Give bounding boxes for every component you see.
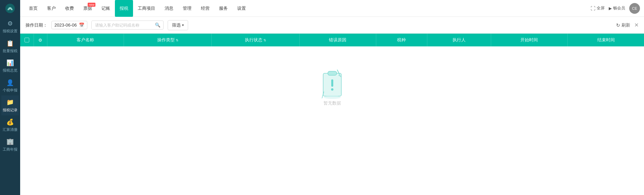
nav-item-operations[interactable]: 经营 xyxy=(196,0,214,17)
col-header-settings: ⚙ xyxy=(34,34,47,46)
nav-item-tax[interactable]: 报税 xyxy=(115,0,133,17)
col-label-exec_status: 执行状态⇅ xyxy=(245,37,266,43)
nav-item-business[interactable]: 工商项目 xyxy=(133,0,160,17)
fullscreen-icon: ⛶ xyxy=(591,6,595,11)
sidebar-item-tax-overview[interactable]: 📊报税总览 xyxy=(1,56,19,76)
sidebar-icon-tax-records: 📁 xyxy=(6,98,14,107)
fullscreen-btn[interactable]: ⛶ 全屏 xyxy=(591,5,605,11)
sidebar-label-batch-tax: 批量报税 xyxy=(3,48,17,53)
sort-icon-exec_status: ⇅ xyxy=(263,38,266,42)
col-label-tax_type: 税种 xyxy=(397,37,406,42)
nav-item-services[interactable]: 服务 xyxy=(214,0,232,17)
nav-item-settings[interactable]: 设置 xyxy=(232,0,251,17)
date-picker[interactable]: 2023-06-06 📅 xyxy=(51,21,87,29)
sidebar-label-tax-records: 报税记录 xyxy=(3,108,17,113)
col-header-start_time: 开始时间 xyxy=(491,34,568,46)
sidebar-item-annual-report[interactable]: 🏢工商年报 xyxy=(1,135,19,155)
member-label: 畅会员 xyxy=(613,5,625,11)
filter-label: 筛选 xyxy=(172,22,181,28)
sidebar-label-tax-settings: 报税设置 xyxy=(3,29,17,34)
col-header-tax_type: 税种 xyxy=(376,34,427,46)
member-btn[interactable]: ▶ 畅会员 xyxy=(609,5,625,11)
sidebar-icon-tax-overview: 📊 xyxy=(6,59,14,67)
records-table: ⚙客户名称操作类型⇅执行状态⇅错误原因税种执行人开始时间结束时间 xyxy=(20,34,644,46)
sidebar-icon-tax-settings: ⚙ xyxy=(7,20,13,28)
sidebar-label-settlement: 汇算清缴 xyxy=(3,127,17,132)
svg-rect-2 xyxy=(328,71,337,75)
chevron-down-icon: ▾ xyxy=(182,23,184,27)
sidebar-icon-batch-tax: 📋 xyxy=(6,39,14,48)
col-label-start_time: 开始时间 xyxy=(520,37,538,42)
col-label-error_reason: 错误原因 xyxy=(329,37,346,42)
app-logo[interactable] xyxy=(0,0,20,17)
nav-items: 首页客户收费票据new记账报税工商项目消息管理经营服务设置 xyxy=(24,0,591,17)
settings-icon[interactable]: ⚙ xyxy=(38,38,42,43)
filter-button[interactable]: 筛选 ▾ xyxy=(168,20,188,30)
play-icon: ▶ xyxy=(609,6,612,11)
table-wrapper: ⚙客户名称操作类型⇅执行状态⇅错误原因税种执行人开始时间结束时间 xyxy=(20,34,644,195)
sidebar-icon-personal-tax: 👤 xyxy=(6,79,14,87)
toolbar-right: ↻ 刷新 ✕ xyxy=(616,22,639,28)
refresh-icon: ↻ xyxy=(616,23,620,28)
svg-point-8 xyxy=(324,96,341,99)
svg-rect-3 xyxy=(331,79,333,87)
nav-item-customer[interactable]: 客户 xyxy=(42,0,60,17)
col-header-error_reason: 错误原因 xyxy=(299,34,376,46)
refresh-label: 刷新 xyxy=(621,22,630,28)
empty-state: 暂无数据 xyxy=(20,46,644,126)
search-button[interactable]: 🔍 xyxy=(152,21,163,29)
col-label-customer: 客户名称 xyxy=(77,37,94,42)
calendar-icon: 📅 xyxy=(79,23,84,28)
sidebar-label-tax-overview: 报税总览 xyxy=(3,68,17,73)
nav-item-fees[interactable]: 收费 xyxy=(60,0,79,17)
sidebar-item-batch-tax[interactable]: 📋批量报税 xyxy=(1,37,19,56)
nav-item-management[interactable]: 管理 xyxy=(178,0,196,17)
col-label-end_time: 结束时间 xyxy=(597,37,615,42)
user-avatar[interactable]: CE xyxy=(629,3,640,14)
select-all-checkbox[interactable] xyxy=(25,38,29,42)
sort-icon-op_type: ⇅ xyxy=(176,38,178,42)
date-value: 2023-06-06 xyxy=(54,23,77,28)
toolbar: 操作日期： 2023-06-06 📅 🔍 筛选 ▾ ↻ 刷新 ✕ xyxy=(20,17,644,34)
col-label-executor: 执行人 xyxy=(453,37,466,42)
search-icon: 🔍 xyxy=(155,23,161,28)
col-header-op_type[interactable]: 操作类型⇅ xyxy=(124,34,212,46)
sidebar-icon-settlement: 💰 xyxy=(6,118,14,126)
nav-right: ⛶ 全屏 ▶ 畅会员 CE xyxy=(591,3,640,14)
sidebar-label-annual-report: 工商年报 xyxy=(3,147,17,152)
sidebar-item-tax-settings[interactable]: ⚙报税设置 xyxy=(1,17,19,37)
close-button[interactable]: ✕ xyxy=(634,22,639,28)
col-label-op_type: 操作类型⇅ xyxy=(157,37,178,43)
col-header-executor: 执行人 xyxy=(427,34,491,46)
empty-illustration xyxy=(317,67,347,100)
top-nav: 首页客户收费票据new记账报税工商项目消息管理经营服务设置 ⛶ 全屏 ▶ 畅会员… xyxy=(20,0,644,17)
svg-marker-10 xyxy=(321,98,323,99)
main-area: 首页客户收费票据new记账报税工商项目消息管理经营服务设置 ⛶ 全屏 ▶ 畅会员… xyxy=(20,0,644,195)
nav-item-accounting[interactable]: 记账 xyxy=(97,0,115,17)
svg-point-4 xyxy=(331,88,333,91)
badge-new-invoice: new xyxy=(88,3,95,7)
nav-item-invoice[interactable]: 票据new xyxy=(79,0,97,17)
col-header-end_time: 结束时间 xyxy=(568,34,644,46)
search-box: 🔍 xyxy=(91,21,164,30)
sidebar-item-personal-tax[interactable]: 👤个税申报 xyxy=(1,76,19,96)
col-header-checkbox xyxy=(20,34,34,46)
content-area: 操作日期： 2023-06-06 📅 🔍 筛选 ▾ ↻ 刷新 ✕ xyxy=(20,17,644,195)
nav-item-home[interactable]: 首页 xyxy=(24,0,42,17)
sidebar-icon-annual-report: 🏢 xyxy=(6,138,14,146)
col-header-customer: 客户名称 xyxy=(47,34,124,46)
date-label: 操作日期： xyxy=(26,22,47,28)
fullscreen-label: 全屏 xyxy=(597,5,605,11)
nav-item-messages[interactable]: 消息 xyxy=(160,0,178,17)
sidebar-label-personal-tax: 个税申报 xyxy=(3,88,17,93)
refresh-button[interactable]: ↻ 刷新 xyxy=(616,22,630,28)
empty-text: 暂无数据 xyxy=(324,100,341,106)
sidebar: ⚙报税设置📋批量报税📊报税总览👤个税申报📁报税记录💰汇算清缴🏢工商年报 xyxy=(0,0,20,195)
user-initials: CE xyxy=(632,6,637,10)
search-input[interactable] xyxy=(92,21,152,29)
sidebar-item-tax-records[interactable]: 📁报税记录 xyxy=(1,95,19,115)
sidebar-item-settlement[interactable]: 💰汇算清缴 xyxy=(1,115,19,135)
col-header-exec_status[interactable]: 执行状态⇅ xyxy=(212,34,299,46)
